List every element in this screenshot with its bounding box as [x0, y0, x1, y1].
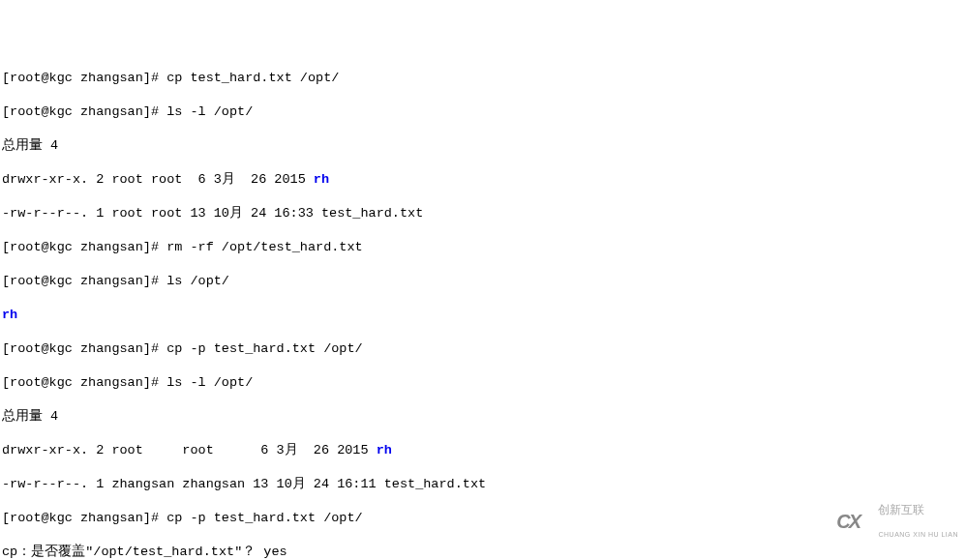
prompt: [root@kgc zhangsan]# [2, 104, 166, 119]
terminal-line: [root@kgc zhangsan]# ls /opt/ [2, 273, 964, 290]
command: cp -p test_hard.txt /opt/ [166, 511, 363, 525]
output-dir: rh [2, 307, 964, 324]
command: cp test_hard.txt /opt/ [166, 71, 339, 85]
terminal-line: [root@kgc zhangsan]# cp test_hard.txt /o… [2, 70, 964, 87]
command: ls -l /opt/ [166, 375, 253, 390]
terminal-line: [root@kgc zhangsan]# rm -rf /opt/test_ha… [2, 239, 964, 256]
watermark-logo-icon: CX [836, 514, 860, 531]
prompt: [root@kgc zhangsan]# [2, 375, 166, 390]
output-dir: drwxr-xr-x. 2 root root 6 3月 26 2015 rh [2, 442, 964, 459]
output-total: 总用量 4 [2, 408, 964, 426]
prompt: [root@kgc zhangsan]# [2, 511, 166, 525]
output-file: -rw-r--r--. 1 root root 13 10月 24 16:33 … [2, 205, 964, 222]
command: ls -l /opt/ [166, 104, 253, 119]
output-dir: drwxr-xr-x. 2 root root 6 3月 26 2015 rh [2, 171, 964, 189]
watermark-brand: 创新互联 [878, 503, 924, 516]
command: rm -rf /opt/test_hard.txt [166, 240, 363, 254]
watermark: CX 创新互联 CHUANG XIN HU LIAN [836, 492, 958, 552]
terminal-line: [root@kgc zhangsan]# ls -l /opt/ [2, 374, 964, 392]
terminal-line: [root@kgc zhangsan]# cp -p test_hard.txt… [2, 340, 964, 358]
command: ls /opt/ [166, 274, 229, 288]
output-overwrite: cp：是否覆盖"/opt/test_hard.txt"？ yes [2, 544, 964, 560]
output-file: -rw-r--r--. 1 zhangsan zhangsan 13 10月 2… [2, 476, 964, 493]
prompt: [root@kgc zhangsan]# [2, 341, 166, 356]
terminal-line: [root@kgc zhangsan]# ls -l /opt/ [2, 103, 964, 121]
command: cp -p test_hard.txt /opt/ [166, 341, 363, 356]
prompt: [root@kgc zhangsan]# [2, 71, 166, 85]
watermark-sub: CHUANG XIN HU LIAN [878, 531, 958, 538]
prompt: [root@kgc zhangsan]# [2, 240, 166, 254]
terminal-line: [root@kgc zhangsan]# cp -p test_hard.txt… [2, 510, 964, 527]
output-total: 总用量 4 [2, 137, 964, 155]
dir-name: rh [377, 443, 392, 457]
dir-name: rh [314, 172, 329, 187]
prompt: [root@kgc zhangsan]# [2, 274, 166, 288]
